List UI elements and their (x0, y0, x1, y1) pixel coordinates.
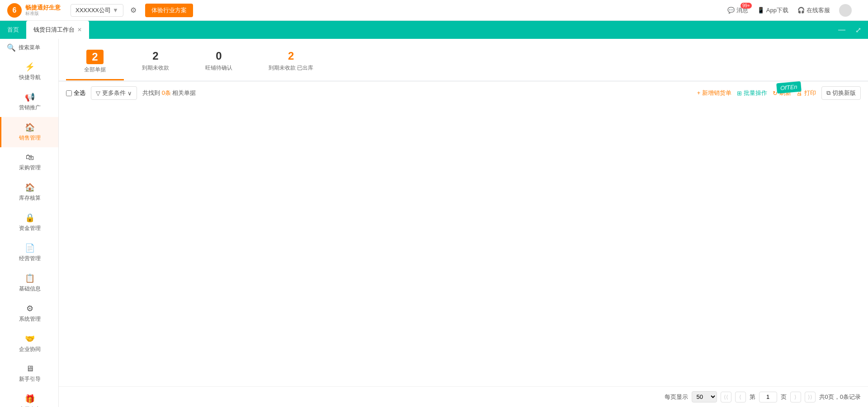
logo-area: 6 畅捷通好生意 标准版 (7, 3, 66, 18)
sidebar-item-system[interactable]: ⚙ 系统管理 (0, 298, 58, 328)
sidebar-search-label: 搜索菜单 (19, 44, 40, 51)
app-download-icon: 📱 (757, 7, 764, 14)
top-header: 6 畅捷通好生意 标准版 XXXXXX公司 ▼ ⚙ 体验行业方案 💬 消息 99… (0, 0, 868, 21)
stat-tab-shipped-number: 2 (288, 50, 294, 62)
sidebar-item-label: 销售管理 (19, 134, 41, 142)
company-selector[interactable]: XXXXXX公司 ▼ (71, 4, 123, 17)
stat-tab-wangpu[interactable]: 0 旺铺待确认 (187, 46, 250, 80)
sidebar-item-appcenter[interactable]: 🎁 应用中心 (0, 388, 58, 407)
switch-icon: ⧉ (826, 89, 830, 97)
prev-page-button[interactable]: ⟨ (735, 392, 746, 402)
message-badge: 99+ (741, 3, 752, 9)
logo-text: 畅捷通好生意 标准版 (25, 4, 61, 17)
tab-bar-actions: — ⤢ (835, 23, 868, 36)
per-page-select[interactable]: 50 100 200 (692, 391, 717, 402)
filter-chevron-icon: ∨ (127, 90, 132, 97)
online-service-label: 在线客服 (807, 6, 830, 14)
tab-home[interactable]: 首页 (0, 21, 26, 39)
operations-icon: 📄 (25, 243, 35, 253)
logo-sub: 标准版 (25, 11, 61, 16)
sidebar-search[interactable]: 🔍 搜索菜单 (0, 39, 58, 56)
sidebar-item-guide[interactable]: 🖥 新手引导 (0, 359, 58, 388)
company-name: XXXXXX公司 (75, 6, 111, 14)
sidebar: 🔍 搜索菜单 ⚡ 快捷导航 📢 营销推广 🏠 销售管理 🛍 采购管理 🏠 库存核… (0, 39, 59, 407)
sidebar-item-quicknav[interactable]: ⚡ 快捷导航 (0, 56, 58, 87)
sidebar-item-label: 企业协同 (19, 346, 41, 353)
switch-label: 切换新版 (832, 89, 856, 97)
headset-icon: 🎧 (797, 7, 805, 14)
select-all-checkbox[interactable]: 全选 (66, 89, 85, 97)
add-order-button[interactable]: + 新增销货单 (697, 89, 731, 97)
found-suffix: 相关单据 (172, 89, 196, 96)
batch-label: 批量操作 (744, 89, 767, 97)
sidebar-item-label: 系统管理 (19, 315, 41, 323)
finance-icon: 🔒 (25, 213, 35, 223)
often-badge: OfTEn (777, 81, 802, 94)
sidebar-item-sales[interactable]: 🏠 销售管理 (0, 117, 58, 147)
batch-operation-button[interactable]: ⊞ 批量操作 (737, 89, 767, 97)
settings-button[interactable]: ⚙ (127, 4, 140, 17)
purchase-icon: 🛍 (26, 153, 34, 162)
online-service-button[interactable]: 🎧 在线客服 (797, 6, 830, 14)
stat-tab-all[interactable]: 2 全部单据 (66, 46, 124, 80)
switch-version-button[interactable]: ⧉ 切换新版 (821, 86, 861, 100)
stat-tab-overdue[interactable]: 2 到期未收款 (124, 46, 187, 80)
total-label: 共0页，0条记录 (819, 393, 861, 401)
content-area: 2 全部单据 2 到期未收款 0 旺铺待确认 2 到期未收款 已出库 全选 (59, 39, 868, 407)
print-label: 打印 (804, 89, 816, 97)
appcenter-icon: 🎁 (25, 394, 35, 404)
filter-icon: ▽ (96, 90, 100, 97)
sales-icon: 🏠 (25, 122, 35, 132)
header-right: 💬 消息 99+ 📱 App下载 🎧 在线客服 (727, 4, 861, 17)
app-download-button[interactable]: 📱 App下载 (757, 6, 788, 14)
sidebar-item-purchase[interactable]: 🛍 采购管理 (0, 147, 58, 177)
select-all-input[interactable] (66, 90, 72, 96)
sidebar-item-operations[interactable]: 📄 经营管理 (0, 238, 58, 268)
app-download-label: App下载 (766, 6, 788, 14)
filter-button[interactable]: ▽ 更多条件 ∨ (91, 86, 137, 100)
stat-tab-shipped-label: 到期未收款 已出库 (269, 64, 313, 72)
found-count: 0条 (162, 89, 171, 96)
batch-icon: ⊞ (737, 90, 742, 97)
tab-bar: 首页 钱货日清工作台 ✕ — ⤢ (0, 21, 868, 39)
stat-tab-wangpu-number: 0 (216, 50, 222, 62)
sidebar-item-label: 快捷导航 (19, 74, 41, 81)
quicknav-icon: ⚡ (25, 62, 35, 72)
last-page-button[interactable]: ⟩⟩ (805, 392, 816, 402)
sidebar-item-label: 库存核算 (19, 194, 41, 202)
per-page-label: 每页显示 (665, 393, 688, 401)
tab-close-icon[interactable]: ✕ (77, 27, 82, 33)
toolbar: 全选 ▽ 更多条件 ∨ 共找到 0条 相关单据 + 新增销货单 ⊞ 批量操作 ↻ (59, 81, 868, 104)
stat-tab-overdue-label: 到期未收款 (142, 64, 169, 72)
marketing-icon: 📢 (25, 92, 35, 102)
sidebar-item-basics[interactable]: 📋 基础信息 (0, 268, 58, 298)
found-text: 共找到 0条 相关单据 (142, 89, 196, 97)
sidebar-item-finance[interactable]: 🔒 资金管理 (0, 207, 58, 238)
inventory-icon: 🏠 (25, 182, 35, 192)
page-number-input[interactable] (759, 392, 777, 402)
select-all-label: 全选 (74, 89, 85, 97)
sidebar-item-label: 基础信息 (19, 285, 41, 293)
stat-tab-all-number: 2 (86, 50, 103, 64)
tab-minimize-button[interactable]: — (835, 23, 848, 36)
sidebar-item-label: 采购管理 (19, 164, 41, 172)
tab-maximize-button[interactable]: ⤢ (852, 23, 864, 36)
tab-workbench[interactable]: 钱货日清工作台 ✕ (26, 21, 89, 39)
company-arrow-icon: ▼ (113, 7, 118, 14)
stat-tab-shipped[interactable]: 2 到期未收款 已出库 (250, 46, 331, 80)
trial-button[interactable]: 体验行业方案 (145, 4, 193, 17)
sidebar-item-inventory[interactable]: 🏠 库存核算 (0, 177, 58, 207)
logo-main: 畅捷通好生意 (25, 4, 61, 11)
stat-tab-wangpu-label: 旺铺待确认 (205, 64, 232, 72)
message-icon: 💬 (727, 7, 735, 14)
sidebar-item-label: 资金管理 (19, 225, 41, 232)
sidebar-item-marketing[interactable]: 📢 营销推广 (0, 87, 58, 117)
next-page-button[interactable]: ⟩ (790, 392, 801, 402)
first-page-button[interactable]: ⟨⟨ (721, 392, 731, 402)
sidebar-item-label: 新手引导 (19, 375, 41, 383)
collab-icon: 🤝 (25, 334, 35, 344)
message-button[interactable]: 💬 消息 99+ (727, 6, 748, 14)
sidebar-item-collab[interactable]: 🤝 企业协同 (0, 328, 58, 359)
sidebar-item-label: 营销推广 (19, 104, 41, 112)
avatar[interactable] (839, 4, 852, 17)
